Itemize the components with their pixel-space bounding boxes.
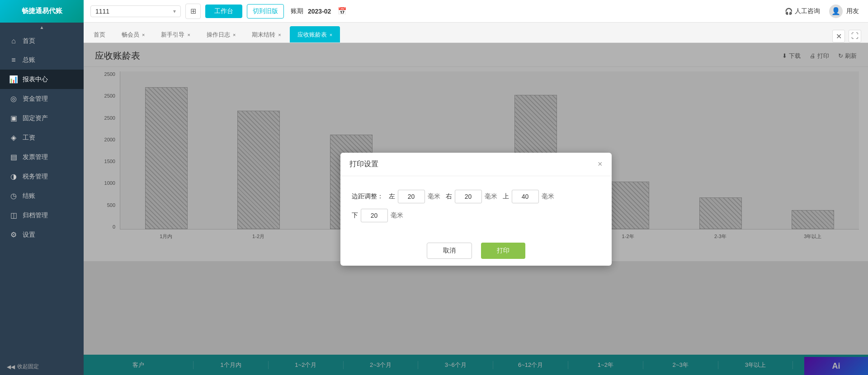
sidebar-label-payroll: 工资 — [23, 134, 35, 142]
tab-close-all-button[interactable]: ✕ — [832, 30, 845, 42]
header: 畅捷通易代账 1111 ▾ ⊞ 工作台 切到旧版 账期 2023-02 📅 🎧 … — [0, 0, 868, 23]
top-direction-label: 上 — [503, 192, 509, 201]
sidebar-item-tax[interactable]: ◑ 税务管理 — [0, 167, 84, 186]
company-selector[interactable]: 1111 ▾ — [90, 5, 181, 17]
header-middle: 1111 ▾ ⊞ 工作台 切到旧版 账期 2023-02 📅 — [84, 4, 776, 19]
tab-log[interactable]: 操作日志 × — [199, 26, 243, 42]
tab-period-end[interactable]: 期末结转 × — [244, 26, 288, 42]
modal-title: 打印设置 — [349, 159, 378, 169]
tax-icon: ◑ — [9, 172, 18, 181]
main-layout: ▲ ⌂ 首页 ≡ 总账 📊 报表中心 ◎ 资金管理 ▣ 固定资产 ◈ 工资 ▤ … — [0, 23, 868, 375]
sidebar-collapse[interactable]: ◀◀ 收起固定 — [0, 358, 84, 375]
confirm-print-button[interactable]: 打印 — [481, 243, 525, 259]
assets-icon: ▣ — [9, 114, 18, 122]
sidebar-label-closeout: 结账 — [23, 192, 35, 200]
funds-icon: ◎ — [9, 94, 18, 103]
sidebar-label-ledger: 总账 — [23, 56, 35, 64]
cancel-button[interactable]: 取消 — [427, 243, 472, 259]
user-area[interactable]: 👤 用友 — [829, 5, 859, 18]
content-area: 首页 畅会员 × 新手引导 × 操作日志 × 期末结转 × 应收账龄表 × — [84, 23, 868, 375]
tab-vip-close[interactable]: × — [142, 32, 145, 38]
settings-icon: ⚙ — [9, 230, 18, 239]
right-unit-label: 毫米 — [485, 192, 497, 201]
modal-overlay: 打印设置 × 边距调整： 左 毫米 右 — [84, 43, 868, 375]
sidebar-scroll-up[interactable]: ▲ — [0, 23, 84, 32]
tab-home[interactable]: 首页 — [86, 26, 113, 42]
sidebar-label-invoice: 发票管理 — [23, 153, 48, 161]
tab-log-label: 操作日志 — [207, 31, 230, 39]
tab-vip-label: 畅会员 — [122, 31, 139, 39]
sidebar-item-settings[interactable]: ⚙ 设置 — [0, 225, 84, 244]
margin-left-group: 左 毫米 — [389, 190, 440, 203]
left-unit-label: 毫米 — [428, 192, 440, 201]
modal-close-button[interactable]: × — [598, 160, 603, 168]
tab-aging-label: 应收账龄表 — [297, 31, 327, 39]
copy-icon-button[interactable]: ⊞ — [185, 4, 201, 19]
report-icon: 📊 — [9, 75, 18, 84]
modal-footer: 取消 打印 — [340, 236, 612, 266]
bottom-direction-label: 下 — [352, 211, 358, 220]
workbench-button[interactable]: 工作台 — [205, 5, 242, 18]
tab-guide-close[interactable]: × — [187, 32, 190, 38]
sidebar: ▲ ⌂ 首页 ≡ 总账 📊 报表中心 ◎ 资金管理 ▣ 固定资产 ◈ 工资 ▤ … — [0, 23, 84, 375]
margin-right-group: 右 毫米 — [446, 190, 497, 203]
sidebar-label-report: 报表中心 — [23, 75, 48, 84]
tab-guide[interactable]: 新手引导 × — [153, 26, 198, 42]
collapse-label: 收起固定 — [17, 363, 39, 370]
tab-aging[interactable]: 应收账龄表 × — [290, 26, 340, 42]
logo: 畅捷通易代账 — [0, 0, 84, 23]
margin-top-group: 上 毫米 — [503, 190, 554, 203]
user-icon: 👤 — [831, 7, 840, 15]
tabs-bar: 首页 畅会员 × 新手引导 × 操作日志 × 期末结转 × 应收账龄表 × — [84, 23, 868, 43]
left-direction-label: 左 — [389, 192, 395, 201]
bottom-unit-label: 毫米 — [391, 211, 403, 220]
sidebar-item-assets[interactable]: ▣ 固定资产 — [0, 108, 84, 128]
user-name: 用友 — [846, 7, 859, 15]
margin-left-input[interactable] — [398, 190, 425, 203]
closeout-icon: ◷ — [9, 192, 18, 200]
tab-log-close[interactable]: × — [233, 32, 236, 38]
tab-vip[interactable]: 畅会员 × — [114, 26, 152, 42]
margin-top-input[interactable] — [512, 190, 539, 203]
sidebar-label-assets: 固定资产 — [23, 114, 48, 122]
sidebar-label-tax: 税务管理 — [23, 173, 48, 181]
payroll-icon: ◈ — [9, 133, 18, 142]
sidebar-item-payroll[interactable]: ◈ 工资 — [0, 128, 84, 147]
margin-bottom-group: 下 毫米 — [352, 209, 403, 222]
top-unit-label: 毫米 — [542, 192, 554, 201]
sidebar-item-closeout[interactable]: ◷ 结账 — [0, 186, 84, 206]
close-all-icon: ✕ — [836, 32, 842, 41]
sidebar-label-funds: 资金管理 — [23, 95, 48, 103]
margin-bottom-input[interactable] — [361, 209, 388, 222]
chevron-down-icon: ▾ — [173, 8, 176, 14]
tab-aging-close[interactable]: × — [330, 32, 332, 38]
ledger-icon: ≡ — [9, 56, 18, 64]
modal-header: 打印设置 × — [340, 153, 612, 176]
tab-period-end-close[interactable]: × — [278, 32, 281, 38]
sidebar-item-home[interactable]: ⌂ 首页 — [0, 32, 84, 51]
sidebar-item-funds[interactable]: ◎ 资金管理 — [0, 89, 84, 108]
avatar: 👤 — [829, 5, 843, 18]
sidebar-label-archive: 归档管理 — [23, 211, 48, 220]
consult-button[interactable]: 🎧 人工咨询 — [785, 7, 820, 15]
collapse-icon: ◀◀ — [7, 364, 15, 370]
period-value: 2023-02 — [308, 8, 331, 15]
calendar-icon[interactable]: 📅 — [338, 7, 347, 15]
sidebar-item-report[interactable]: 📊 报表中心 — [0, 70, 84, 89]
copy-icon: ⊞ — [190, 7, 196, 15]
sidebar-item-ledger[interactable]: ≡ 总账 — [0, 51, 84, 70]
tab-period-end-label: 期末结转 — [252, 31, 275, 39]
tabs-right: ✕ ⛶ — [828, 30, 866, 42]
margin-row: 边距调整： 左 毫米 右 毫米 — [352, 190, 600, 222]
sidebar-item-archive[interactable]: ◫ 归档管理 — [0, 206, 84, 225]
sidebar-item-invoice[interactable]: ▤ 发票管理 — [0, 147, 84, 167]
switch-version-button[interactable]: 切到旧版 — [247, 4, 284, 19]
tab-guide-label: 新手引导 — [161, 31, 184, 39]
margin-right-input[interactable] — [455, 190, 482, 203]
home-icon: ⌂ — [9, 37, 18, 45]
sidebar-label-home: 首页 — [23, 37, 35, 45]
margin-label: 边距调整： — [352, 192, 383, 201]
tab-maximize-button[interactable]: ⛶ — [849, 30, 861, 42]
print-settings-modal: 打印设置 × 边距调整： 左 毫米 右 — [340, 153, 612, 266]
header-right: 🎧 人工咨询 👤 用友 — [776, 5, 868, 18]
